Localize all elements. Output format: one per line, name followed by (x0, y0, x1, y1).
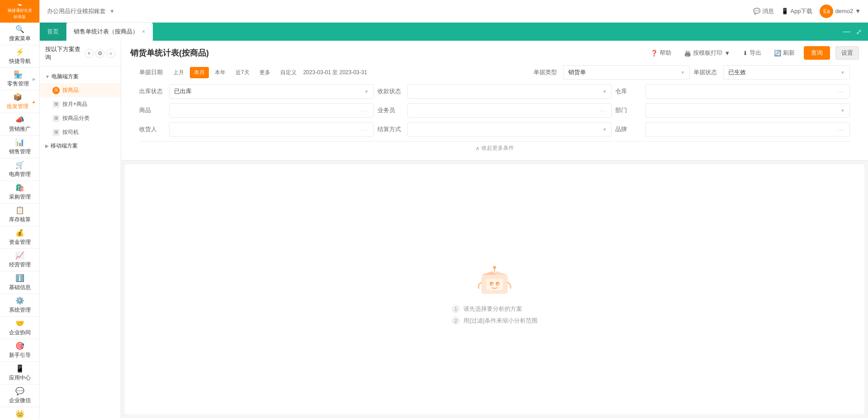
tab-close-button[interactable]: × (142, 28, 145, 35)
enterprise-icon: 🤝 (15, 319, 24, 328)
salesman-input[interactable]: ··· (407, 103, 612, 118)
filter-cell-dept: 部门 ▼ (615, 103, 850, 118)
tree-item-label: 按司机 (62, 128, 79, 136)
date-tab-7days[interactable]: 近7天 (231, 67, 254, 78)
help-button[interactable]: ❓ 帮助 (647, 47, 675, 59)
tree-group-desktop[interactable]: ▼ 电脑端方案 (40, 70, 121, 83)
print-label: 按模板打印 (693, 49, 722, 57)
sidebar-item-quicknav[interactable]: ⚡ 快捷导航 (0, 45, 39, 68)
app-download-button[interactable]: 📱 App下载 (781, 7, 812, 15)
docstatus-select[interactable]: 已生效 ▼ (723, 65, 850, 80)
header-left: 办公用品行业模拟账套 ▼ (47, 7, 115, 15)
filter-cell-warehouse: 出库状态 已出库 ▼ (139, 84, 374, 99)
collapse-panel-button[interactable]: « (106, 49, 115, 58)
filter-cell-settlement: 结算方式 ▼ (377, 122, 612, 137)
query-button[interactable]: 查询 (804, 46, 830, 60)
empty-state: 1 请先选择要分析的方案 2 用[过滤]条件来缩小分析范围 (452, 254, 537, 325)
tree-group-mobile-label: 移动端方案 (51, 142, 78, 150)
receiver-input[interactable]: ··· (169, 122, 374, 137)
app-logo: 畅捷通好生意 标准版 (0, 0, 39, 23)
date-tab-lastmonth[interactable]: 上月 (169, 67, 188, 78)
tree-item-label: 按商品 (62, 86, 79, 94)
sidebar-item-sales[interactable]: 📊 销售管理 (0, 136, 39, 158)
tab-bar-actions: — ⤢ (840, 26, 868, 38)
sidebar-item-appcenter[interactable]: 📱 应用中心 (0, 362, 39, 385)
left-panel-header: 按以下方案查询 + ⚙ « (40, 41, 121, 66)
sidebar: 畅捷通好生意 标准版 🔍 搜索菜单 ⚡ 快捷导航 🏪 零售管理 ▶ 📦 批发管理… (0, 0, 40, 418)
date-tab-more[interactable]: 更多 (255, 67, 274, 78)
doctype-value: 销货单 (568, 68, 586, 76)
tree-group-mobile[interactable]: ▶ 移动端方案 (40, 139, 121, 152)
collapse-filter-button[interactable]: ∧ 收起更多条件 (139, 141, 850, 155)
sidebar-item-finance[interactable]: 💰 资金管理 (0, 226, 39, 249)
storage-input[interactable]: ··· (645, 84, 850, 99)
payment-arrow-icon: ▼ (602, 89, 607, 94)
sidebar-item-label: 销售管理 (9, 148, 31, 156)
svg-point-8 (493, 266, 496, 269)
date-tab-thismonth[interactable]: 本月 (190, 67, 209, 78)
sidebar-item-wechat[interactable]: 💬 企业微信 (0, 385, 39, 407)
docstatus-arrow-icon: ▼ (840, 70, 845, 75)
sidebar-item-search[interactable]: 🔍 搜索菜单 (0, 23, 39, 45)
purchase-icon: 🛍️ (15, 183, 24, 192)
date-tab-custom[interactable]: 自定义 (276, 67, 301, 78)
sidebar-item-inventory[interactable]: 📋 库存核算 (0, 204, 39, 226)
sidebar-item-ecommerce[interactable]: 🛒 电商管理 (0, 158, 39, 181)
empty-tips: 1 请先选择要分析的方案 2 用[过滤]条件来缩小分析范围 (452, 305, 537, 325)
export-button[interactable]: ⬇ 导出 (739, 47, 765, 59)
settlement-arrow-icon: ▼ (602, 127, 607, 132)
sidebar-item-membership[interactable]: 👑 畅会员 (0, 407, 39, 418)
settings-scheme-button[interactable]: ⚙ (95, 49, 104, 58)
sidebar-item-purchase[interactable]: 🛍️ 采购管理 (0, 181, 39, 204)
sidebar-item-wholesale[interactable]: 📦 批发管理 ▲ (0, 90, 39, 113)
finance-icon: 💰 (15, 228, 24, 237)
goods-input[interactable]: ··· (169, 103, 374, 118)
date-tab-thisyear[interactable]: 本年 (211, 67, 230, 78)
sidebar-item-basic-info[interactable]: ℹ️ 基础信息 (0, 271, 39, 294)
doctype-select[interactable]: 销货单 ▼ (563, 65, 690, 80)
search-icon: 🔍 (15, 25, 24, 33)
sidebar-item-label: 营销推广 (9, 125, 31, 133)
tree-item-label: 按商品分类 (62, 114, 90, 122)
refresh-button[interactable]: 🔄 刷新 (770, 47, 798, 59)
sidebar-item-label: 基础信息 (9, 284, 31, 291)
tree-item-by-category[interactable]: 按 按商品分类 (40, 111, 121, 125)
brand-input[interactable]: ··· (645, 122, 850, 137)
tab-maximize-button[interactable]: ⤢ (853, 26, 864, 38)
help-label: 帮助 (660, 49, 671, 57)
sidebar-item-operations[interactable]: 📈 经营管理 (0, 249, 39, 271)
tab-home[interactable]: 首页 (40, 23, 66, 41)
tree-item-by-month-goods[interactable]: 按 按月+商品 (40, 97, 121, 111)
tab-sales-stats[interactable]: 销售单统计表（按商品） × (66, 23, 153, 41)
add-scheme-button[interactable]: + (85, 49, 94, 58)
app-logo-text: 畅捷通好生意 (8, 8, 32, 13)
tree-item-by-driver[interactable]: 按 按司机 (40, 125, 121, 139)
payment-select[interactable]: ▼ (407, 84, 612, 99)
dept-select[interactable]: ▼ (645, 103, 850, 118)
app-sub-text: 标准版 (14, 14, 26, 20)
print-button[interactable]: 🖨️ 按模板打印 ▼ (680, 47, 734, 59)
inventory-icon: 📋 (15, 206, 24, 214)
warehouse-select[interactable]: 已出库 ▼ (169, 84, 374, 99)
sidebar-item-retail[interactable]: 🏪 零售管理 ▶ (0, 68, 39, 90)
sidebar-item-newbie[interactable]: 🎯 新手引导 (0, 339, 39, 362)
filter-cell-date: 单据日期 上月 本月 本年 近7天 更多 自定义 2023-03-01 至 20… (139, 67, 530, 78)
receiver-label: 收货人 (139, 125, 166, 133)
tree-expand-icon: ▼ (45, 74, 50, 79)
sidebar-item-label: 应用中心 (9, 374, 31, 382)
receiver-dots-icon: ··· (361, 126, 369, 133)
warehouse-arrow-icon: ▼ (364, 89, 369, 94)
sidebar-item-marketing[interactable]: 📣 营销推广 (0, 113, 39, 136)
message-button[interactable]: 💬 消息 (753, 7, 774, 15)
settings-button[interactable]: 设置 (835, 46, 859, 60)
tree-item-label: 按月+商品 (62, 100, 87, 108)
sidebar-item-system[interactable]: ⚙️ 系统管理 (0, 294, 39, 317)
tree-item-icon: 按 (52, 129, 60, 136)
tree-item-by-goods[interactable]: 按 按商品 (40, 83, 121, 97)
settlement-select[interactable]: ▼ (407, 122, 612, 137)
filter-area: 单据日期 上月 本月 本年 近7天 更多 自定义 2023-03-01 至 20… (130, 65, 859, 160)
tip-num-1: 1 (452, 305, 460, 313)
user-menu[interactable]: Ea demo2 ▼ (820, 5, 861, 18)
sidebar-item-enterprise[interactable]: 🤝 企业协同 (0, 317, 39, 339)
tab-minimize-button[interactable]: — (840, 26, 853, 38)
